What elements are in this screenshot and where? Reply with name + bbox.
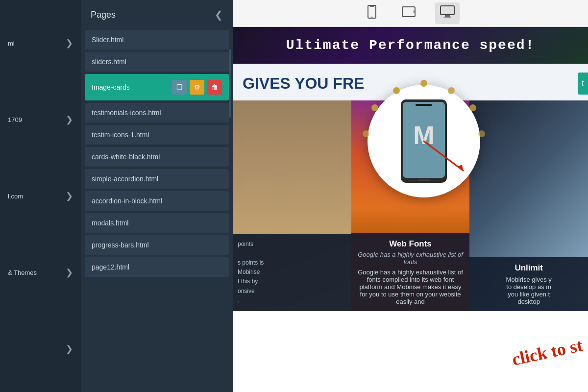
svg-point-13 — [371, 104, 378, 111]
page-item-testim-icons-1-label: testim-icons-1.html — [92, 131, 149, 139]
sidebar-item-1-label: ml — [8, 40, 15, 47]
page-item-page12-label: page12.html — [92, 263, 129, 271]
svg-point-8 — [420, 80, 427, 87]
page-item-image-cards[interactable]: Image-cards ❐ ⚙ 🗑 — [85, 74, 229, 100]
card-3-body: Unlimit Mobirise gives yto develop as my… — [469, 257, 588, 311]
copy-page-button[interactable]: ❐ — [172, 80, 187, 95]
page-item-actions: ❐ ⚙ 🗑 — [172, 80, 222, 95]
desktop-device-button[interactable] — [435, 2, 460, 24]
sidebar-item-2-label: 1709 — [8, 116, 22, 123]
svg-rect-1 — [370, 17, 373, 18]
chevron-right-icon-1: ❯ — [66, 38, 73, 49]
sidebar-item-themes[interactable]: & Themes ❯ — [0, 261, 81, 284]
sidebar-item-themes-label: & Themes — [8, 269, 37, 276]
page-item-testim-icons-1[interactable]: testim-icons-1.html — [85, 125, 229, 145]
svg-point-12 — [393, 87, 400, 94]
svg-rect-7 — [443, 17, 451, 18]
page-item-sliders-label: sliders.html — [92, 58, 126, 66]
svg-rect-5 — [441, 6, 454, 15]
mobile-device-button[interactable] — [362, 2, 382, 24]
click-overlay-text: click to st — [510, 335, 585, 369]
banner-title: Ultimate Performance speed! — [243, 38, 578, 53]
page-item-slider[interactable]: Slider.html — [85, 30, 229, 49]
card-2-title: Web Fonts — [356, 239, 465, 249]
spinner-svg — [363, 80, 485, 202]
preview-area: Ultimate Performance speed! GIVES YOU FR… — [233, 0, 588, 392]
settings-page-button[interactable]: ⚙ — [190, 80, 204, 95]
sidebar-item-3[interactable]: l.com ❯ — [0, 185, 81, 207]
sidebar-item-2[interactable]: 1709 ❯ — [0, 108, 81, 131]
pages-list: Slider.html sliders.html Image-cards ❐ ⚙… — [81, 27, 233, 390]
card-2-body: Web Fonts Google has a highly exhaustive… — [351, 233, 470, 311]
svg-rect-0 — [368, 5, 376, 18]
preview-banner: Ultimate Performance speed! — [233, 27, 588, 64]
sidebar-item-1[interactable]: ml ❯ — [0, 32, 81, 54]
card-3-title: Unlimit — [474, 263, 583, 273]
sidebar-item-5[interactable]: ❯ — [0, 338, 81, 360]
close-pages-button[interactable]: ❮ — [215, 9, 223, 21]
preview-content: Ultimate Performance speed! GIVES YOU FR… — [233, 27, 588, 392]
page-item-slider-label: Slider.html — [92, 36, 123, 44]
page-item-modals[interactable]: modals.html — [85, 213, 229, 233]
svg-line-15 — [424, 141, 463, 171]
card-3: Unlimit Mobirise gives yto develop as my… — [469, 100, 588, 311]
svg-rect-2 — [370, 6, 374, 7]
svg-point-11 — [478, 130, 485, 137]
teal-action-button[interactable]: t — [578, 73, 588, 95]
svg-point-14 — [363, 130, 369, 137]
page-item-modals-label: modals.html — [92, 219, 128, 227]
card-1-image — [233, 100, 351, 234]
phone-overlay-circle: M — [368, 85, 480, 197]
delete-page-button[interactable]: 🗑 — [207, 80, 222, 95]
page-item-testimonials-icons[interactable]: testimonials-icons.html — [85, 103, 229, 122]
card-1-text: pointss points isMobirisef this byonsive… — [238, 240, 346, 305]
svg-rect-3 — [402, 7, 415, 17]
chevron-right-icon-4: ❯ — [66, 267, 73, 278]
page-item-simple-accordion[interactable]: simple-accordion.html — [85, 169, 229, 189]
svg-point-10 — [469, 104, 476, 111]
page-item-accordion-in-block-label: accordion-in-block.html — [92, 197, 162, 205]
page-item-simple-accordion-label: simple-accordion.html — [92, 175, 158, 183]
svg-rect-6 — [445, 15, 450, 17]
svg-rect-4 — [414, 10, 415, 13]
pages-title: Pages — [91, 10, 116, 20]
card-2-subtitle: Google has a highly exhaustive list of f… — [356, 251, 465, 266]
sidebar-item-3-label: l.com — [8, 193, 23, 200]
card-1: pointss points isMobirisef this byonsive… — [233, 100, 351, 311]
page-item-progress-bars[interactable]: progress-bars.html — [85, 235, 229, 255]
chevron-right-icon-5: ❯ — [66, 343, 73, 354]
page-item-sliders[interactable]: sliders.html — [85, 52, 229, 72]
page-item-progress-bars-label: progress-bars.html — [92, 241, 149, 249]
card-3-image — [469, 100, 588, 257]
svg-point-9 — [448, 87, 455, 94]
scroll-indicator — [229, 49, 231, 118]
page-item-accordion-in-block[interactable]: accordion-in-block.html — [85, 191, 229, 211]
tablet-device-button[interactable] — [397, 2, 420, 24]
page-item-cards-white-black-label: cards-white-black.html — [92, 153, 160, 161]
card-3-text: Mobirise gives yto develop as myou like … — [474, 276, 583, 305]
page-item-image-cards-label: Image-cards — [92, 83, 130, 91]
page-item-page12[interactable]: page12.html — [85, 257, 229, 277]
card-1-body: pointss points isMobirisef this byonsive… — [233, 234, 351, 311]
pages-panel: Pages ❮ Slider.html sliders.html Image-c… — [81, 0, 233, 392]
page-item-testimonials-icons-label: testimonials-icons.html — [92, 109, 161, 117]
preview-toolbar — [233, 0, 588, 27]
page-item-cards-white-black[interactable]: cards-white-black.html — [85, 147, 229, 167]
sidebar: ml ❯ 1709 ❯ l.com ❯ & Themes ❯ ❯ — [0, 0, 81, 392]
pages-header: Pages ❮ — [81, 0, 233, 27]
chevron-right-icon-2: ❯ — [66, 114, 73, 125]
chevron-right-icon-3: ❯ — [66, 191, 73, 201]
card-2-text: Google has a highly exhaustive list of f… — [356, 269, 465, 305]
